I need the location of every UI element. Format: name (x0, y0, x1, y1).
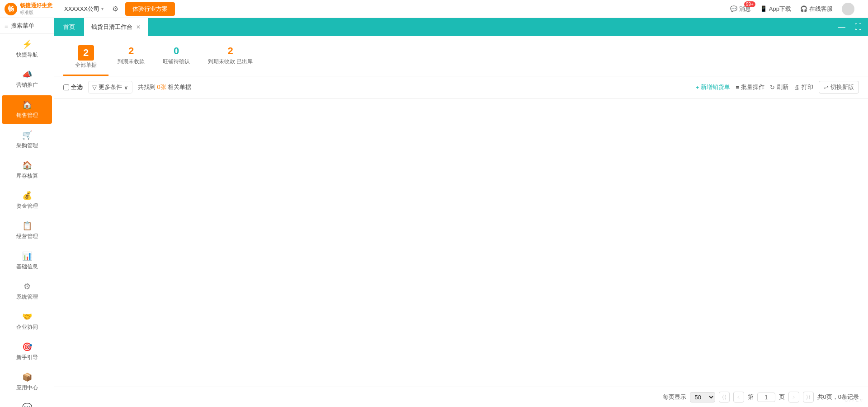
operations-icon: 📋 (22, 221, 32, 231)
topbar: 畅 畅捷通好生意 标准版 XXXXXX公司 ▾ ⚙ 体验行业方案 💬 消息 99… (0, 0, 868, 18)
page-input[interactable] (757, 393, 775, 402)
switch-icon: ⇌ (824, 84, 829, 91)
toolbar: 全选 ▽ 更多条件 ∨ 共找到 0张 相关单据 + (54, 76, 868, 98)
sidebar-item-purchase[interactable]: 🛒 采购管理 (2, 126, 52, 154)
tab-workbench[interactable]: 钱货日清工作台 ✕ (84, 18, 148, 36)
print-icon: 🖨 (794, 84, 800, 91)
sidebar-item-quick-nav[interactable]: ⚡ 快捷导航 (2, 35, 52, 63)
sidebar-item-operations[interactable]: 📋 经营管理 (2, 216, 52, 245)
batch-operation-btn[interactable]: ≡ 批量操作 (736, 83, 764, 91)
sales-icon: 🏠 (22, 100, 32, 110)
status-tab-overdue-shipped-count: 2 (208, 45, 253, 57)
next-page-btn[interactable]: ﹥ (788, 392, 799, 402)
prev-page-btn[interactable]: ﹤ (733, 392, 744, 402)
status-tab-all-count: 2 (72, 45, 99, 61)
messages-btn[interactable]: 💬 消息 99+ (730, 5, 751, 13)
pagination: 每页显示 50 100 200 ⟨⟨ ﹤ 第 页 ﹥ ⟩⟩ 共0页，0条记录 (54, 387, 868, 407)
content-area: 首页 钱货日清工作台 ✕ — ⛶ 2 全部单据 2 (54, 18, 868, 407)
sidebar: ≡ 搜索菜单 ⚡ 快捷导航 📣 营销推广 🏠 销售管理 🛒 采购管理 🏠 库存核… (0, 18, 54, 407)
tab-home[interactable]: 首页 (54, 18, 84, 36)
print-btn[interactable]: 🖨 打印 (794, 83, 813, 91)
status-tab-pending[interactable]: 0 旺铺待确认 (154, 42, 199, 76)
filter-icon: ▽ (92, 84, 97, 91)
company-selector[interactable]: XXXXXX公司 ▾ (59, 5, 109, 13)
sidebar-item-cooperation[interactable]: 🤝 企业协同 (2, 307, 52, 336)
avatar[interactable] (842, 3, 854, 15)
tab-expand-icon[interactable]: ⛶ (852, 21, 864, 33)
refresh-btn[interactable]: ↻ 刷新 (770, 83, 788, 91)
status-tab-overdue[interactable]: 2 到期未收款 (108, 42, 154, 76)
workbench: 2 全部单据 2 到期未收款 0 旺铺待确认 2 到期未收款 已出库 (54, 36, 868, 407)
status-tabs: 2 全部单据 2 到期未收款 0 旺铺待确认 2 到期未收款 已出库 (54, 36, 868, 76)
message-badge: 99+ (744, 1, 755, 7)
status-tab-overdue-shipped[interactable]: 2 到期未收款 已出库 (199, 42, 262, 76)
purchase-icon: 🛒 (22, 130, 32, 140)
settings-icon[interactable]: ⚙ (109, 3, 122, 15)
sidebar-item-finance[interactable]: 💰 资金管理 (2, 186, 52, 215)
new-sales-order-btn[interactable]: + 新增销货单 (696, 83, 731, 91)
page-label: 第 (748, 393, 754, 401)
marketing-icon: 📣 (22, 70, 32, 80)
sidebar-item-app-center[interactable]: 📦 应用中心 (2, 368, 52, 396)
cooperation-icon: 🤝 (22, 312, 32, 322)
filter-btn[interactable]: ▽ 更多条件 ∨ (88, 81, 132, 94)
tab-minimize-icon[interactable]: — (835, 21, 848, 33)
plus-icon: + (696, 84, 699, 91)
batch-icon: ≡ (736, 84, 739, 91)
service-icon: 🎧 (800, 5, 807, 12)
industry-btn[interactable]: 体验行业方案 (125, 2, 175, 16)
download-icon: 📱 (760, 5, 767, 12)
table-area (54, 98, 868, 387)
wechat-icon: 💬 (22, 402, 32, 407)
toolbar-left: 全选 ▽ 更多条件 ∨ 共找到 0张 相关单据 (63, 81, 690, 94)
page-suffix: 页 (779, 393, 785, 401)
inventory-icon: 🏠 (22, 160, 32, 170)
tab-bar: 首页 钱货日清工作台 ✕ — ⛶ (54, 18, 868, 36)
refresh-icon: ↻ (770, 84, 775, 91)
sidebar-item-basic-info[interactable]: 📊 基础信息 (2, 247, 52, 275)
logo: 畅 畅捷通好生意 标准版 (5, 2, 59, 16)
sidebar-item-sales[interactable]: 🏠 销售管理 (2, 95, 52, 124)
logo-text: 畅捷通好生意 标准版 (20, 2, 52, 16)
topbar-right: 💬 消息 99+ 📱 App下载 🎧 在线客服 (730, 3, 863, 15)
sidebar-item-system[interactable]: ⚙ 系统管理 (2, 277, 52, 305)
per-page-label: 每页显示 (663, 393, 686, 401)
total-info: 共0页，0条记录 (817, 393, 859, 401)
sidebar-item-marketing[interactable]: 📣 营销推广 (2, 65, 52, 94)
basic-info-icon: 📊 (22, 251, 32, 261)
search-icon: ≡ (5, 23, 8, 29)
flash-icon: ⚡ (22, 39, 32, 49)
sidebar-item-guide[interactable]: 🎯 新手引导 (2, 337, 52, 366)
system-icon: ⚙ (24, 281, 31, 291)
logo-icon: 畅 (5, 3, 17, 15)
finance-icon: 💰 (22, 191, 32, 201)
switch-version-btn[interactable]: ⇌ 切换新版 (819, 81, 859, 94)
chevron-filter-icon: ∨ (124, 84, 128, 91)
tab-bar-right: — ⛶ (835, 21, 868, 33)
guide-icon: 🎯 (22, 342, 32, 352)
chevron-down-icon: ▾ (101, 6, 104, 11)
main-layout: ≡ 搜索菜单 ⚡ 快捷导航 📣 营销推广 🏠 销售管理 🛒 采购管理 🏠 库存核… (0, 18, 868, 407)
message-icon: 💬 (730, 5, 737, 12)
status-tab-pending-count: 0 (163, 45, 190, 57)
select-all-input[interactable] (63, 84, 69, 90)
search-menu[interactable]: ≡ 搜索菜单 (0, 18, 54, 34)
sidebar-item-wechat[interactable]: 💬 企业微信 (2, 398, 52, 407)
last-page-btn[interactable]: ⟩⟩ (803, 392, 814, 402)
select-all-checkbox[interactable]: 全选 (63, 83, 83, 91)
status-tab-all[interactable]: 2 全部单据 (63, 42, 108, 76)
toolbar-right: + 新增销货单 ≡ 批量操作 ↻ 刷新 🖨 打印 (696, 81, 859, 94)
per-page-select[interactable]: 50 100 200 (690, 392, 715, 402)
sidebar-item-inventory[interactable]: 🏠 库存核算 (2, 156, 52, 184)
app-download-btn[interactable]: 📱 App下载 (760, 5, 791, 13)
app-center-icon: 📦 (22, 372, 32, 382)
tab-close-icon[interactable]: ✕ (136, 24, 141, 30)
status-tab-overdue-count: 2 (118, 45, 145, 57)
first-page-btn[interactable]: ⟨⟨ (719, 392, 730, 402)
online-service-btn[interactable]: 🎧 在线客服 (800, 5, 833, 13)
found-text: 共找到 0张 相关单据 (138, 83, 191, 91)
